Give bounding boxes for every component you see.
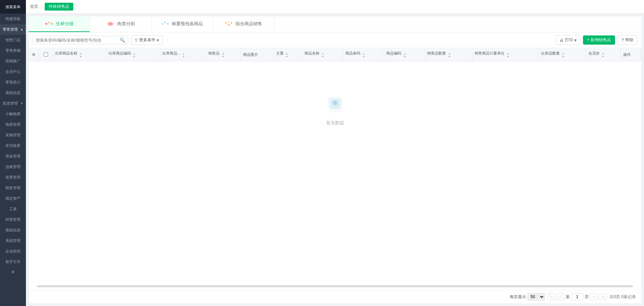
settings-icon: ⚙ — [11, 270, 15, 274]
col-barcode[interactable]: 商品条码 ▲▼ — [343, 48, 384, 61]
sidebar: 搜索菜单 快捷导航 零售管理 ▲ 智慧门店 零售商城 营销推广 会员中心 零售统… — [0, 0, 26, 306]
col-sales-qty[interactable]: 销售品数量 ▲▼ — [425, 48, 473, 61]
fresh-grade-icon — [45, 20, 53, 27]
sort-icon: ▲▼ — [321, 52, 324, 58]
page-size-dropdown[interactable]: 10 20 50 100 — [527, 293, 545, 301]
col-out-product-x[interactable]: 出库商品... ▲▼ — [160, 48, 206, 61]
tab-combo-sales-label: 组合商品销售 — [236, 21, 262, 27]
print-button[interactable]: 🖨 打印 ▾ — [556, 35, 580, 45]
sort-icon: ▲▼ — [79, 52, 82, 58]
sort-icon: ▲▼ — [602, 52, 604, 58]
help-icon: ? — [621, 38, 624, 43]
tab-weight-package[interactable]: 称重预包装商品 — [151, 16, 213, 32]
sidebar-item-marketing[interactable]: 营销推广 — [0, 56, 26, 66]
svg-point-5 — [161, 23, 163, 25]
svg-point-11 — [228, 21, 229, 23]
breadcrumb-current[interactable]: 特殊销售品 — [45, 3, 73, 11]
sidebar-item-newbie-guide[interactable]: 新手引导 — [0, 257, 26, 267]
sidebar-logo: 搜索菜单 — [0, 0, 26, 14]
meat-cut-icon — [106, 20, 115, 27]
col-main-quantity[interactable]: 主量 ▲▼ — [274, 48, 302, 61]
col-out-qty[interactable]: 出库品数量 ▲▼ — [539, 48, 586, 61]
sidebar-item-retail-mgmt[interactable]: 零售管理 ▲ — [0, 24, 26, 35]
breadcrumb: 首页 / 特殊销售品 — [30, 3, 73, 11]
sidebar-item-invoice-mgmt[interactable]: 发票管理 — [0, 172, 26, 183]
sidebar-item-small-ecom[interactable]: 小畅电商 — [0, 109, 26, 119]
svg-point-0 — [45, 23, 47, 25]
sort-icon: ▲▼ — [562, 52, 565, 58]
tabs-row: 生鲜分级 肉类分割 — [29, 16, 641, 32]
filter-button[interactable]: ▽ 更多条件 ▾ — [131, 35, 163, 45]
svg-point-2 — [51, 23, 53, 25]
toolbar-right: 🖨 打印 ▾ + 新增销售品 ? 帮助 — [556, 35, 637, 45]
sort-icon: ▲▼ — [222, 52, 224, 58]
col-product-image[interactable]: 商品图片 — [241, 48, 274, 61]
svg-rect-17 — [331, 108, 339, 109]
col-sales-unit[interactable]: 销售商品计量单位 ▲▼ — [473, 48, 539, 61]
horizontal-scrollbar[interactable] — [37, 285, 633, 287]
sidebar-item-member-center[interactable]: 会员中心 — [0, 66, 26, 77]
sidebar-item-system-mgmt[interactable]: 系统管理 — [0, 235, 26, 246]
col-sales-product[interactable]: 销售品 ▲▼ — [206, 48, 241, 61]
col-product-code[interactable]: 商品编码 ▲▼ — [384, 48, 425, 61]
tab-weight-package-label: 称重预包装商品 — [172, 21, 203, 27]
col-checkbox[interactable] — [39, 48, 53, 61]
tab-meat-cut-label: 肉类分割 — [117, 21, 135, 27]
svg-point-8 — [225, 22, 227, 24]
sidebar-item-payroll[interactable]: 工资 — [0, 204, 26, 214]
breadcrumb-home[interactable]: 首页 — [30, 4, 38, 10]
sidebar-item-settings[interactable]: ⚙ — [0, 267, 26, 277]
sort-icon: ▲▼ — [362, 52, 365, 58]
search-icon: 🔍 — [120, 37, 125, 43]
prev-page-button[interactable]: < — [557, 293, 564, 300]
table-wrapper: ⚙ 出库商品名称 ▲▼ 出库商品编码 ▲▼ 出库 — [29, 48, 641, 282]
sidebar-item-retail-stats[interactable]: 零售统计 — [0, 77, 26, 88]
tab-fresh-grade[interactable]: 生鲜分级 — [29, 16, 90, 32]
svg-point-6 — [164, 22, 166, 24]
search-input[interactable] — [36, 38, 120, 43]
sidebar-item-ecom-mgmt[interactable]: 电商管理 — [0, 119, 26, 130]
sidebar-item-purchase-mgmt[interactable]: 采购管理 — [0, 130, 26, 140]
sidebar-item-fixed-assets[interactable]: 固定资产 — [0, 193, 26, 204]
horizontal-scrollbar-container — [29, 282, 641, 290]
sidebar-item-general-ledger[interactable]: 总账管理 — [0, 162, 26, 172]
data-table: ⚙ 出库商品名称 ▲▼ 出库商品编码 ▲▼ 出库 — [29, 48, 641, 61]
page-body: 生鲜分级 肉类分割 — [29, 16, 641, 303]
sidebar-item-corp-agreement[interactable]: 企业协同 — [0, 246, 26, 257]
col-product-name[interactable]: 商品名称 ▲▼ — [302, 48, 343, 61]
sidebar-item-smart-store[interactable]: 智慧门店 — [0, 35, 26, 45]
empty-text: 暂无数据 — [326, 120, 344, 126]
col-member-price[interactable]: 会员价 ▲▼ — [586, 48, 621, 61]
pagination-bar: 每页显示 10 20 50 100 |< < 第 页 > >| 共0页 0条记录 — [29, 290, 641, 303]
first-page-button[interactable]: |< — [548, 293, 556, 300]
svg-point-10 — [230, 22, 232, 24]
sidebar-item-retail-mall[interactable]: 零售商城 — [0, 45, 26, 56]
svg-point-12 — [328, 109, 342, 112]
page-number-input[interactable] — [571, 293, 583, 300]
sort-icon: ▲▼ — [448, 52, 451, 58]
empty-illustration — [321, 89, 349, 116]
sidebar-item-ops-mgmt[interactable]: 经营管理 — [0, 214, 26, 225]
sidebar-item-capital-mgmt[interactable]: 资金管理 — [0, 151, 26, 162]
next-page-button[interactable]: > — [590, 293, 597, 300]
add-sales-product-button[interactable]: + 新增销售品 — [583, 35, 615, 45]
col-out-product-code[interactable]: 出库商品编码 ▲▼ — [106, 48, 160, 61]
sidebar-item-wholesale-mgmt[interactable]: 批发管理 ▼ — [0, 98, 26, 109]
page-label-suffix: 页 — [585, 294, 589, 300]
top-bar: 首页 / 特殊销售品 — [26, 0, 644, 14]
main-content: 首页 / 特殊销售品 生鲜分级 — [26, 0, 644, 306]
last-page-button[interactable]: >| — [599, 293, 607, 300]
select-all-checkbox[interactable] — [44, 52, 48, 57]
tab-combo-sales[interactable]: 组合商品销售 — [213, 16, 274, 32]
empty-state: 暂无数据 — [29, 61, 641, 153]
sidebar-item-quick-nav[interactable]: 快捷导航 — [0, 14, 26, 24]
help-button[interactable]: ? 帮助 — [618, 35, 637, 45]
sidebar-item-inventory[interactable]: 库存核算 — [0, 140, 26, 151]
sidebar-item-tax-mgmt[interactable]: 税务管理 — [0, 183, 26, 193]
tab-meat-cut[interactable]: 肉类分割 — [90, 16, 151, 32]
col-out-product-name[interactable]: 出库商品名称 ▲▼ — [53, 48, 106, 61]
sidebar-item-basic-info[interactable]: 基础信息 — [0, 88, 26, 98]
col-settings[interactable]: ⚙ — [29, 48, 39, 61]
sidebar-item-basic-info2[interactable]: 基础信息 — [0, 225, 26, 235]
total-info: 共0页 0条记录 — [610, 294, 636, 300]
